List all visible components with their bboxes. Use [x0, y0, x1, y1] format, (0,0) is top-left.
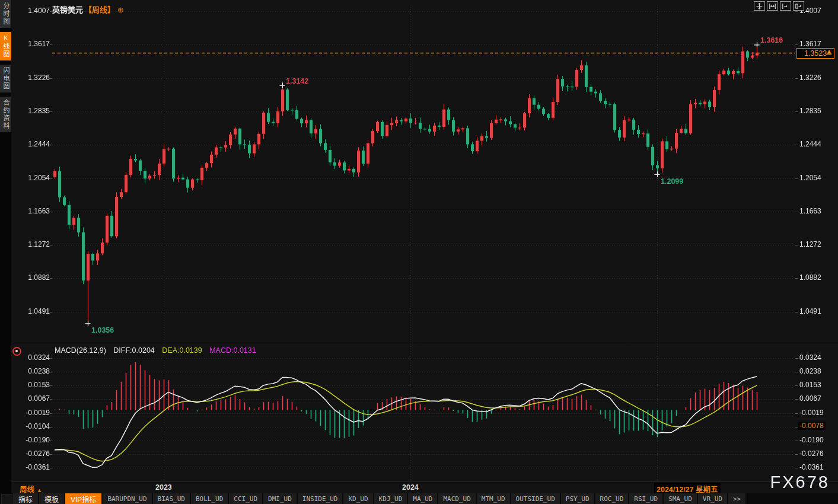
dropdown-arrow-icon: ▲: [37, 487, 42, 493]
toolbar-tab-bias_ud[interactable]: BIAS_UD: [153, 493, 190, 504]
price-tick-label: 1.2444: [23, 140, 50, 148]
price-tick-label: 1.2444: [799, 140, 821, 148]
crosshair-move-icon[interactable]: [754, 1, 765, 11]
sidebar-item-timeline-chart[interactable]: 分时图: [0, 0, 11, 28]
price-tick-label: 1.0491: [799, 307, 821, 315]
macd-current-label: -0.0078: [798, 422, 826, 430]
macd-tick-label: -0.0276: [23, 449, 50, 458]
price-tick-label: 1.3617: [23, 40, 50, 48]
toolbar-tab-kd_ud[interactable]: KD_UD: [343, 493, 372, 504]
price-tick-label: 1.1272: [799, 240, 821, 248]
toolbar-tab-boll_ud[interactable]: BOLL_UD: [191, 493, 228, 504]
toolbar-tab-sma_ud[interactable]: SMA_UD: [664, 493, 697, 504]
macd-tick-label: -0.0019: [23, 409, 50, 417]
macd-tick-label: 0.0324: [799, 353, 821, 362]
year-label-2024: 2024: [402, 483, 419, 492]
pan-right-icon[interactable]: [793, 1, 804, 11]
brand-watermark: FX678: [770, 473, 830, 492]
toolbar-tab-barupdn_ud[interactable]: BARUPDN_UD: [103, 493, 151, 504]
toolbar-tab-rsi_ud[interactable]: RSI_UD: [629, 493, 662, 504]
toolbar-tab-vip-[interactable]: VIP指标: [65, 493, 101, 504]
price-tick-label: 1.1663: [23, 207, 50, 215]
price-tick-label: 1.2835: [23, 107, 50, 115]
price-tick-label: 1.1663: [799, 207, 821, 215]
toolbar-tab-outside_ud[interactable]: OUTSIDE_UD: [511, 493, 560, 504]
macd-diff-value: DIFF:0.0204: [113, 346, 154, 355]
toolbar-corner: [1, 494, 12, 504]
indicator-toolbar: 指标模板VIP指标BARUPDN_UDBIAS_UDBOLL_UDCCI_UDD…: [0, 493, 838, 504]
time-axis-row: 周线▲ 2023 2024 2024/12/27 星期五: [0, 481, 838, 494]
toolbar-tab-kdj_ud[interactable]: KDJ_UD: [374, 493, 407, 504]
sidebar-item-candlestick-chart[interactable]: K线图: [0, 32, 11, 60]
price-tick-label: 1.4007: [23, 7, 50, 15]
macd-tick-label: -0.0104: [23, 422, 50, 430]
toolbar-tab->>[interactable]: >>: [728, 493, 745, 504]
price-tick-label: 1.2054: [799, 174, 821, 182]
macd-dea-value: DEA:0.0139: [162, 346, 202, 355]
price-tick-label: 1.3617: [799, 40, 821, 48]
price-tick-label: 1.1272: [23, 240, 50, 248]
scroll-to-latest-icon[interactable]: ▲: [826, 49, 833, 55]
macd-tick-label: 0.0067: [799, 394, 821, 403]
chart-type-sidebar: 分时图 K线图 闪电图 合约资料: [0, 0, 11, 504]
macd-tick-label: -0.0361: [23, 463, 50, 471]
price-tick-label: 1.0882: [23, 273, 50, 282]
toolbar-tab-inside_ud[interactable]: INSIDE_UD: [298, 493, 343, 504]
macd-tick-label: 0.0153: [799, 381, 821, 389]
toolbar-tab-cci_ud[interactable]: CCI_UD: [229, 493, 262, 504]
chart-canvas[interactable]: [0, 0, 838, 481]
macd-tick-label: -0.0190: [23, 436, 50, 444]
price-tick-label: 1.3226: [799, 74, 821, 82]
toolbar-tab-dmi_ud[interactable]: DMI_UD: [263, 493, 297, 504]
macd-tick-label: 0.0238: [23, 367, 50, 375]
chart-title: 英镑美元【周线】⊕: [52, 4, 124, 15]
toolbar-tab-ma_ud[interactable]: MA_UD: [408, 493, 437, 504]
toolbar-tab-vr_ud[interactable]: VR_UD: [698, 493, 727, 504]
year-label-2023: 2023: [155, 483, 172, 492]
fit-vertical-icon[interactable]: [780, 1, 791, 11]
price-tick-label: 1.2054: [23, 174, 50, 182]
fit-horizontal-icon[interactable]: [767, 1, 778, 11]
chart-toolbar-top: [754, 1, 804, 11]
toolbar-tab-macd_ud[interactable]: MACD_UD: [438, 493, 475, 504]
trading-app: 分时图 K线图 闪电图 合约资料 英镑美元【周线】⊕: [0, 0, 838, 504]
macd-tick-label: 0.0153: [23, 381, 50, 389]
price-tick-label: 1.3226: [23, 74, 50, 82]
sidebar-item-lightning-chart[interactable]: 闪电图: [0, 65, 11, 92]
toolbar-tab-mtm_ud[interactable]: MTM_UD: [477, 493, 510, 504]
macd-tick-label: -0.0361: [799, 463, 824, 471]
price-tick-label: 1.0491: [23, 307, 50, 315]
macd-tick-label: 0.0324: [23, 353, 50, 362]
toolbar-tab-roc_ud[interactable]: ROC_UD: [595, 493, 629, 504]
macd-tick-label: -0.0019: [799, 409, 824, 417]
macd-value: MACD:0.0131: [209, 346, 256, 355]
macd-tick-label: -0.0276: [799, 449, 824, 458]
macd-tick-label: -0.0190: [799, 436, 824, 444]
period-tag: 【周线】: [84, 5, 115, 14]
sidebar-item-contract-info[interactable]: 合约资料: [0, 97, 11, 132]
toolbar-tab-psy_ud[interactable]: PSY_UD: [561, 493, 594, 504]
macd-tick-label: 0.0238: [799, 367, 821, 375]
period-selector-label: 周线: [20, 486, 34, 494]
indicator-record-icon: [12, 347, 21, 356]
macd-params-label: MACD(26,12,9): [55, 346, 106, 355]
toolbar-tab--[interactable]: 指标: [13, 493, 38, 504]
price-tick-label: 1.2835: [799, 107, 821, 115]
macd-tick-label: 0.0067: [23, 394, 50, 403]
crosshair-icon[interactable]: ⊕: [117, 5, 124, 14]
toolbar-tab--[interactable]: 模板: [39, 493, 64, 504]
symbol-name: 英镑美元: [52, 5, 83, 14]
price-tick-label: 1.0882: [799, 273, 821, 282]
macd-header: MACD(26,12,9) DIFF:0.0204 DEA:0.0139 MAC…: [55, 346, 262, 355]
